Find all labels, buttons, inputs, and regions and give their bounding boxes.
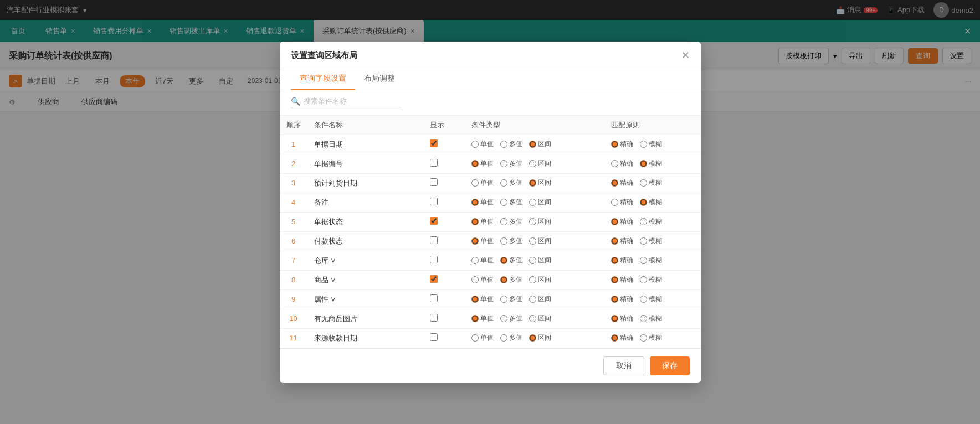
dialog-tabs: 查询字段设置 布局调整 — [280, 68, 701, 90]
tab-query-fields[interactable]: 查询字段设置 — [291, 68, 355, 90]
dialog-close-button[interactable]: ✕ — [681, 50, 690, 60]
search-icon: 🔍 — [291, 97, 300, 106]
settings-dialog: 设置查询区域布局 ✕ 查询字段设置 布局调整 🔍 顺序 — [280, 42, 701, 112]
dialog-search-area: 🔍 — [280, 90, 701, 112]
modal-overlay: 设置查询区域布局 ✕ 查询字段设置 布局调整 🔍 顺序 — [0, 0, 980, 112]
search-input[interactable] — [304, 97, 402, 105]
dialog-title: 设置查询区域布局 — [291, 50, 357, 61]
dialog-header: 设置查询区域布局 ✕ — [280, 42, 701, 68]
tab-layout-adjust[interactable]: 布局调整 — [355, 68, 404, 90]
search-box: 🔍 — [291, 97, 402, 108]
